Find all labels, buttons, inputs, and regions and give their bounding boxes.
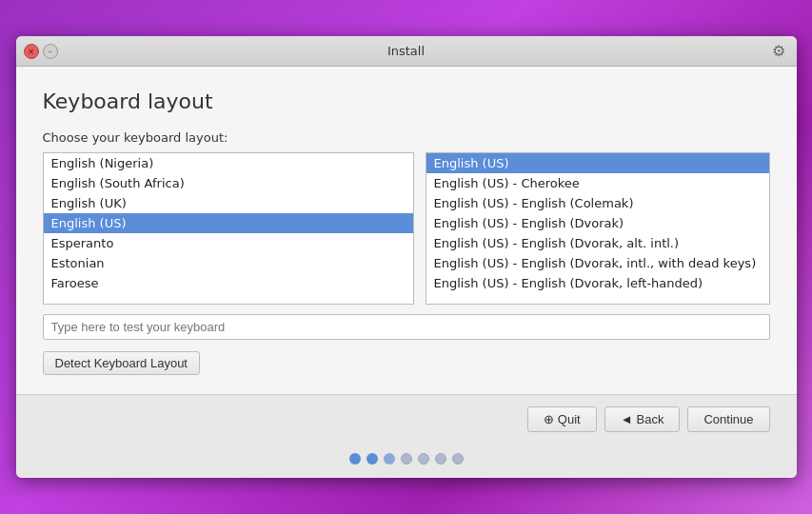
list-item-selected[interactable]: English (US): [44, 213, 413, 233]
quit-icon: ⊕: [544, 412, 554, 426]
list-item[interactable]: English (US) - English (Dvorak, left-han…: [426, 273, 769, 293]
lists-container: English (Nigeria) English (South Africa)…: [43, 152, 770, 305]
progress-dot-4: [401, 453, 412, 465]
back-icon: ◄: [621, 412, 633, 426]
back-label: Back: [637, 412, 664, 426]
install-window: × – Install ⚙ Keyboard layout Choose you…: [16, 36, 797, 478]
list-item[interactable]: English (South Africa): [44, 173, 413, 193]
titlebar-buttons: × –: [24, 44, 58, 59]
window-title: Install: [387, 44, 425, 58]
progress-dot-7: [452, 453, 464, 465]
progress-dot-1: [349, 453, 361, 465]
list-item[interactable]: English (US) - Cherokee: [426, 173, 769, 193]
minimize-button[interactable]: –: [43, 44, 58, 59]
quit-button[interactable]: ⊕ Quit: [527, 406, 597, 432]
keyboard-test-input[interactable]: [43, 314, 770, 340]
close-button[interactable]: ×: [24, 44, 39, 59]
list-item[interactable]: Esperanto: [44, 233, 413, 253]
list-item[interactable]: English (US) - English (Dvorak): [426, 213, 769, 233]
buttons-row: ⊕ Quit ◄ Back Continue: [43, 395, 770, 444]
list-item[interactable]: English (US) - English (Dvorak, intl., w…: [426, 253, 769, 273]
list-item-selected[interactable]: English (US): [426, 153, 769, 173]
list-item[interactable]: English (US) - English (Dvorak, alt. int…: [426, 233, 769, 253]
progress-dot-2: [366, 453, 378, 465]
list-item[interactable]: English (Nigeria): [44, 153, 413, 173]
progress-dots: [43, 444, 770, 478]
variant-list[interactable]: English (US) English (US) - Cherokee Eng…: [426, 152, 770, 305]
list-item[interactable]: English (US) - English (Colemak): [426, 193, 769, 213]
continue-button[interactable]: Continue: [687, 406, 769, 432]
test-input-row: [43, 314, 770, 340]
list-item[interactable]: Estonian: [44, 253, 413, 273]
quit-label: Quit: [558, 412, 581, 426]
progress-dot-6: [435, 453, 446, 465]
content-area: Keyboard layout Choose your keyboard lay…: [16, 67, 797, 394]
list-item[interactable]: English (UK): [44, 193, 413, 213]
titlebar: × – Install ⚙: [16, 36, 797, 67]
detect-keyboard-button[interactable]: Detect Keyboard Layout: [43, 351, 200, 375]
list-item[interactable]: Faroese: [44, 273, 413, 293]
settings-button[interactable]: ⚙: [768, 41, 789, 62]
back-button[interactable]: ◄ Back: [604, 406, 681, 432]
choose-label: Choose your keyboard layout:: [43, 130, 770, 145]
language-list[interactable]: English (Nigeria) English (South Africa)…: [43, 152, 414, 305]
progress-dot-5: [418, 453, 429, 465]
progress-dot-3: [384, 453, 395, 465]
page-title: Keyboard layout: [43, 89, 770, 113]
footer-area: ⊕ Quit ◄ Back Continue: [16, 394, 797, 478]
